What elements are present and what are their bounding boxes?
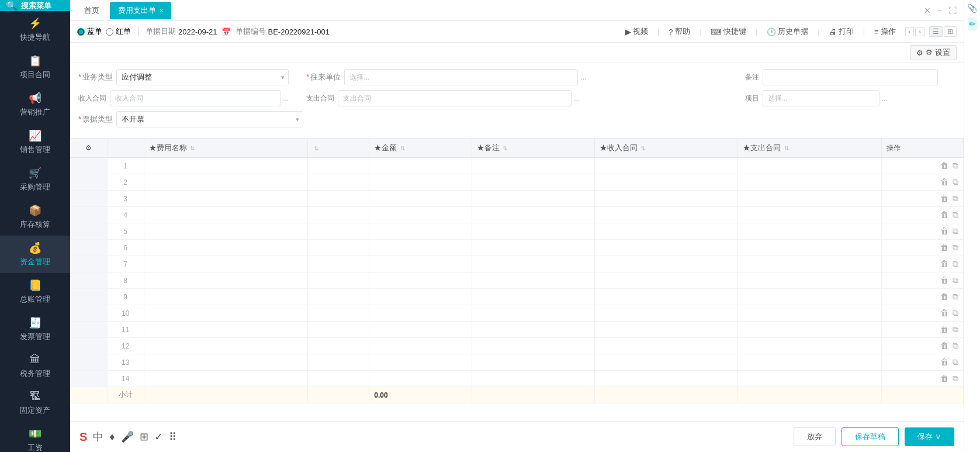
- row-copy-6[interactable]: ⧉: [953, 243, 958, 252]
- row-amount-12[interactable]: [369, 338, 472, 354]
- edge-icon-edit[interactable]: ✏: [968, 18, 977, 30]
- col-amount[interactable]: ★金额 ⇅: [369, 139, 472, 158]
- row-income-1[interactable]: [594, 158, 737, 174]
- row-note-4[interactable]: [472, 207, 594, 223]
- row-income-5[interactable]: [594, 223, 737, 240]
- row-delete-8[interactable]: 🗑: [940, 275, 948, 285]
- row-expense-12[interactable]: [738, 338, 881, 354]
- row-income-4[interactable]: [594, 207, 737, 223]
- row-sort-6[interactable]: [308, 240, 369, 256]
- sidebar-item-fixed-assets[interactable]: 🏗 固定资产: [0, 385, 70, 422]
- sidebar-item-sales-promo[interactable]: 📢 营销推广: [0, 86, 70, 123]
- blue-radio[interactable]: [77, 28, 85, 36]
- row-expense-13[interactable]: [738, 354, 881, 371]
- row-expense-9[interactable]: [738, 289, 881, 305]
- row-note-5[interactable]: [472, 223, 594, 240]
- save-draft-button[interactable]: 保存草稿: [842, 427, 899, 446]
- row-sort-3[interactable]: [308, 191, 369, 207]
- row-sort-9[interactable]: [308, 289, 369, 305]
- sidebar-item-accounting[interactable]: 📒 总账管理: [0, 273, 70, 310]
- footer-icon-dots[interactable]: ⠿: [169, 430, 176, 443]
- row-sort-2[interactable]: [308, 174, 369, 191]
- row-copy-3[interactable]: ⧉: [953, 194, 958, 203]
- row-income-10[interactable]: [594, 305, 737, 322]
- row-amount-4[interactable]: [369, 207, 472, 223]
- view-grid-btn[interactable]: ⊞: [944, 26, 957, 37]
- row-note-9[interactable]: [472, 289, 594, 305]
- row-amount-3[interactable]: [369, 191, 472, 207]
- row-income-2[interactable]: [594, 174, 737, 191]
- row-copy-4[interactable]: ⧉: [953, 210, 958, 219]
- modal-close-btn[interactable]: ✕: [923, 5, 932, 16]
- row-income-3[interactable]: [594, 191, 737, 207]
- remark-input[interactable]: [763, 69, 938, 85]
- row-sort-5[interactable]: [308, 223, 369, 240]
- save-button[interactable]: 保存 ∨: [905, 427, 954, 446]
- col-income-contract[interactable]: ★收入合同 ⇅: [594, 139, 737, 158]
- row-sort-13[interactable]: [308, 354, 369, 371]
- footer-icon-grid[interactable]: ⊞: [140, 430, 148, 443]
- help-btn[interactable]: ? 帮助: [664, 25, 694, 39]
- row-expense-6[interactable]: [738, 240, 881, 256]
- nav-next-btn[interactable]: ›: [915, 27, 924, 36]
- col-sort[interactable]: ⇅: [308, 139, 369, 158]
- row-sort-12[interactable]: [308, 338, 369, 354]
- sidebar-item-payroll[interactable]: 💵 工资: [0, 422, 70, 452]
- partner-ellipsis[interactable]: ...: [580, 73, 586, 81]
- row-expense-10[interactable]: [738, 305, 881, 322]
- col-settings[interactable]: ⚙: [70, 139, 107, 158]
- row-note-11[interactable]: [472, 322, 594, 338]
- tab-expense[interactable]: 费用支出单 ×: [110, 2, 171, 19]
- nav-prev-btn[interactable]: ‹: [905, 27, 915, 36]
- row-expense-2[interactable]: [738, 174, 881, 191]
- row-copy-9[interactable]: ⧉: [953, 292, 958, 301]
- row-copy-10[interactable]: ⧉: [953, 308, 958, 318]
- sidebar-search[interactable]: 🔍 搜索菜单: [0, 0, 70, 11]
- sidebar-item-invoice-mgmt[interactable]: 🧾 发票管理: [0, 310, 70, 348]
- print-btn[interactable]: 🖨 打印: [825, 25, 858, 39]
- row-note-7[interactable]: [472, 256, 594, 272]
- row-amount-8[interactable]: [369, 272, 472, 289]
- row-sort-4[interactable]: [308, 207, 369, 223]
- sidebar-item-inventory[interactable]: 📦 库存核算: [0, 198, 70, 236]
- row-copy-14[interactable]: ⧉: [953, 374, 958, 383]
- row-copy-13[interactable]: ⧉: [953, 357, 958, 367]
- row-note-2[interactable]: [472, 174, 594, 191]
- sidebar-item-fund-mgmt[interactable]: 💰 资金管理: [0, 236, 70, 273]
- calendar-icon[interactable]: 📅: [221, 27, 231, 36]
- row-note-13[interactable]: [472, 354, 594, 371]
- row-amount-5[interactable]: [369, 223, 472, 240]
- row-delete-11[interactable]: 🗑: [940, 325, 948, 334]
- row-copy-5[interactable]: ⧉: [953, 226, 958, 236]
- expense-contract-input[interactable]: 支出合同: [338, 90, 572, 106]
- row-sort-10[interactable]: [308, 305, 369, 322]
- row-expense-name-3[interactable]: [144, 191, 307, 207]
- row-expense-name-9[interactable]: [144, 289, 307, 305]
- row-copy-8[interactable]: ⧉: [953, 275, 958, 285]
- settings-button[interactable]: ⚙ ⚙ 设置: [910, 45, 957, 60]
- row-income-14[interactable]: [594, 371, 737, 387]
- partner-input[interactable]: 选择...: [344, 69, 578, 85]
- row-amount-11[interactable]: [369, 322, 472, 338]
- row-sort-1[interactable]: [308, 158, 369, 174]
- discard-button[interactable]: 放弃: [794, 427, 836, 446]
- row-sort-7[interactable]: [308, 256, 369, 272]
- row-income-12[interactable]: [594, 338, 737, 354]
- row-income-11[interactable]: [594, 322, 737, 338]
- row-expense-8[interactable]: [738, 272, 881, 289]
- expense-contract-ellipsis[interactable]: ...: [574, 94, 580, 102]
- row-expense-name-5[interactable]: [144, 223, 307, 240]
- view-list-btn[interactable]: ☰: [929, 26, 943, 37]
- blue-radio-label[interactable]: 蓝单: [77, 26, 102, 37]
- row-amount-14[interactable]: [369, 371, 472, 387]
- row-expense-name-11[interactable]: [144, 322, 307, 338]
- row-expense-name-2[interactable]: [144, 174, 307, 191]
- red-radio[interactable]: [106, 28, 113, 36]
- sidebar-item-tax-mgmt[interactable]: 🏛 税务管理: [0, 348, 70, 385]
- row-note-1[interactable]: [472, 158, 594, 174]
- row-income-13[interactable]: [594, 354, 737, 371]
- shortcut-btn[interactable]: ⌨ 快捷键: [706, 25, 751, 39]
- row-copy-1[interactable]: ⧉: [953, 161, 958, 170]
- row-expense-name-13[interactable]: [144, 354, 307, 371]
- row-expense-name-10[interactable]: [144, 305, 307, 322]
